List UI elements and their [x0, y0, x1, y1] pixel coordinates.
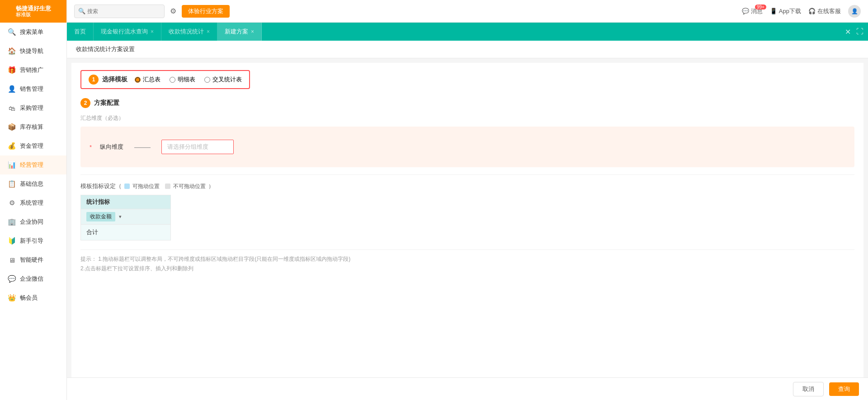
sidebar-item-sales[interactable]: 👤 销售管理 [0, 80, 66, 99]
fixed-legend-dot [165, 184, 170, 189]
radio-summary[interactable]: 汇总表 [135, 75, 160, 84]
app-name: 畅捷通好生意 [16, 5, 51, 12]
sidebar-item-marketing[interactable]: 🎁 营销推广 [0, 61, 66, 80]
message-icon: 💬 [742, 8, 749, 14]
step1-section: 1 选择模板 汇总表 明细表 [80, 70, 854, 89]
tabbar: 首页 现金银行流水查询 × 收款情况统计 × 新建方案 × ✕ ⛶ [67, 23, 868, 41]
dimension-arrow: —— [134, 142, 151, 152]
sidebar-item-wechat[interactable]: 💬 企业微信 [0, 269, 66, 288]
required-mark: * [90, 144, 92, 151]
indicator-table: 统计指标 收款金额 ▾ 合计 [80, 195, 171, 240]
template-radio-group: 汇总表 明细表 交叉统计表 [135, 75, 242, 84]
step2-number: 2 [80, 98, 90, 108]
message-badge: 99+ [755, 5, 766, 9]
app-edition: 标准版 [16, 12, 51, 18]
indicator-row-receipt: 收款金额 ▾ [81, 209, 170, 225]
dimension-dropdown[interactable]: 请选择分组维度 [161, 140, 234, 154]
tab-new-plan[interactable]: 新建方案 × [217, 23, 262, 41]
search-box[interactable]: 🔍 [74, 5, 165, 18]
template-selection-box: 1 选择模板 汇总表 明细表 [80, 70, 250, 89]
download-icon: 📱 [770, 8, 777, 14]
sidebar-item-purchase[interactable]: 🛍 采购管理 [0, 99, 66, 118]
online-service-button[interactable]: 🎧 在线客服 [808, 7, 841, 15]
tip-text-2: 2.点击标题栏下拉可设置排序、插入列和删除列 [80, 265, 854, 273]
chart-icon: 📊 [7, 161, 16, 169]
topbar-right: 💬 消息 99+ 📱 App下载 🎧 在线客服 👤 [742, 5, 861, 18]
search-input[interactable] [87, 8, 151, 14]
tab-expand-icon[interactable]: ⛶ [856, 28, 863, 36]
step1-title: 选择模板 [102, 75, 127, 84]
tab-bank-flow[interactable]: 现金银行流水查询 × [94, 23, 161, 41]
user-avatar[interactable]: 👤 [848, 5, 861, 18]
clipboard-icon: 📋 [7, 180, 16, 188]
radio-detail[interactable]: 明细表 [170, 75, 195, 84]
fixed-legend-label: 不可拖动位置 [173, 183, 206, 190]
user-icon: 👤 [7, 85, 16, 93]
indicator-chevron-icon[interactable]: ▾ [119, 214, 122, 220]
tab-close-bank-flow[interactable]: × [151, 28, 154, 35]
building-icon: 🏢 [7, 218, 16, 226]
radio-detail-input[interactable] [170, 77, 175, 83]
sidebar-item-finance[interactable]: 💰 资金管理 [0, 136, 66, 155]
gear-icon: ⚙ [7, 199, 16, 207]
main-content: 收款情况统计方案设置 1 选择模板 汇总表 [67, 41, 868, 400]
dimension-section: 汇总维度（必选） * 纵向维度 —— 请选择分组维度 [80, 114, 854, 167]
sidebar: 畅捷通好生意 标准版 🔍 搜索菜单 🏠 快捷导航 🎁 营销推广 👤 销售管理 🛍… [0, 0, 67, 400]
dimension-input-area: * 纵向维度 —— 请选择分组维度 [80, 127, 854, 167]
tab-close-icon[interactable]: ✕ [845, 28, 851, 36]
search-icon: 🔍 [7, 28, 16, 36]
crown-icon: 👑 [7, 294, 16, 302]
step2-title: 方案配置 [94, 99, 119, 107]
app-download-button[interactable]: 📱 App下载 [770, 7, 801, 15]
sidebar-item-quick-nav[interactable]: 🏠 快捷导航 [0, 42, 66, 61]
query-button[interactable]: 查询 [829, 382, 859, 396]
cancel-button[interactable]: 取消 [793, 382, 824, 396]
dimension-label: 纵向维度 [100, 143, 123, 151]
step2-section: 2 方案配置 汇总维度（必选） * 纵向维度 —— 请选择分组维度 [80, 98, 854, 280]
tab-close-receipt-stat[interactable]: × [207, 28, 210, 35]
sidebar-item-search-menu[interactable]: 🔍 搜索菜单 [0, 23, 66, 42]
money-icon: 💰 [7, 142, 16, 150]
sidebar-item-inventory[interactable]: 📦 库存核算 [0, 118, 66, 136]
app-logo: 畅捷通好生意 标准版 [0, 0, 66, 23]
dimension-title: 汇总维度（必选） [80, 114, 854, 122]
indicators-legend-row: 模板指标设定（ 可拖动位置 不可拖动位置 ） [80, 182, 854, 190]
tab-home[interactable]: 首页 [67, 23, 94, 41]
service-icon: 🎧 [808, 8, 816, 14]
topbar: 🔍 ⚙ 体验行业方案 💬 消息 99+ 📱 App下载 🎧 在线客服 👤 [67, 0, 868, 23]
page-header: 收款情况统计方案设置 [67, 41, 868, 58]
sidebar-item-member[interactable]: 👑 畅会员 [0, 288, 66, 307]
step1-number: 1 [89, 75, 99, 85]
indicators-section: 模板指标设定（ 可拖动位置 不可拖动位置 ） 统计指标 收款金额 [80, 182, 854, 240]
tip-section: 提示： 1.拖动标题栏可以调整布局，不可跨维度或指标区域拖动栏目字段(只能在同一… [80, 249, 854, 280]
avatar-icon: 👤 [848, 5, 861, 18]
sidebar-item-system[interactable]: ⚙ 系统管理 [0, 193, 66, 212]
gift-icon: 🎁 [7, 66, 16, 74]
indicators-title-label: 模板指标设定（ [80, 182, 122, 190]
movable-legend-dot [124, 184, 130, 189]
monitor-icon: 🖥 [7, 256, 16, 264]
bag-icon: 🛍 [7, 104, 16, 112]
radio-summary-input[interactable] [135, 77, 141, 83]
indicator-row-total: 合计 [81, 225, 170, 240]
divider [80, 174, 854, 175]
search-icon-top: 🔍 [78, 8, 85, 14]
box-icon: 📦 [7, 123, 16, 131]
tab-close-new-plan[interactable]: × [251, 28, 254, 35]
chat-icon: 💬 [7, 275, 16, 283]
industry-solution-button[interactable]: 体验行业方案 [182, 5, 230, 18]
content-area: 1 选择模板 汇总表 明细表 [71, 63, 863, 386]
sidebar-item-hardware[interactable]: 🖥 智能硬件 [0, 250, 66, 269]
sidebar-item-guide[interactable]: 🔰 新手引导 [0, 231, 66, 250]
breadcrumb: 收款情况统计方案设置 [76, 46, 135, 52]
sidebar-item-operations[interactable]: 📊 经营管理 [0, 155, 66, 174]
tab-receipt-stat[interactable]: 收款情况统计 × [161, 23, 217, 41]
sidebar-item-basic-info[interactable]: 📋 基础信息 [0, 174, 66, 193]
radio-cross[interactable]: 交叉统计表 [204, 75, 242, 84]
settings-icon[interactable]: ⚙ [170, 7, 176, 15]
guide-icon: 🔰 [7, 237, 16, 245]
sidebar-item-enterprise[interactable]: 🏢 企业协同 [0, 212, 66, 231]
message-button[interactable]: 💬 消息 99+ [742, 7, 763, 15]
radio-cross-input[interactable] [204, 77, 210, 83]
home-icon: 🏠 [7, 47, 16, 55]
